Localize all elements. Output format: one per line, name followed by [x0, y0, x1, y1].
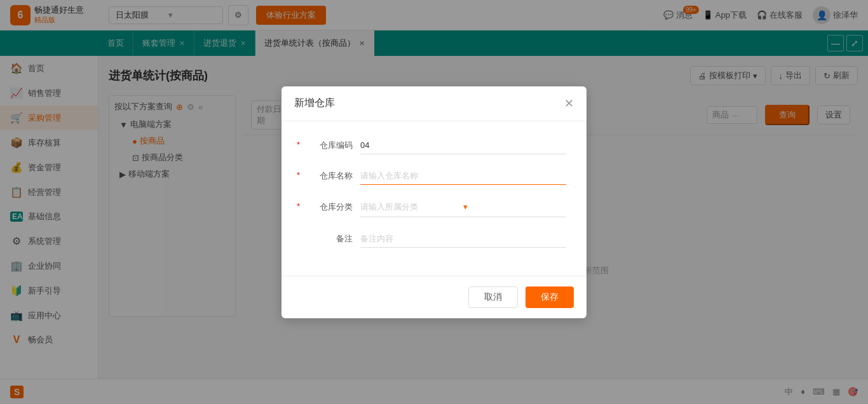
cancel-button[interactable]: 取消	[468, 286, 518, 308]
warehouse-remark-input[interactable]	[360, 230, 566, 248]
category-dropdown-arrow: ▾	[463, 202, 566, 212]
dialog-footer: 取消 保存	[281, 276, 587, 318]
warehouse-category-label: 仓库分类	[302, 201, 353, 213]
warehouse-name-row: 仓库名称	[302, 167, 566, 185]
warehouse-code-row: 仓库编码	[302, 137, 566, 154]
dialog-body: 仓库编码 仓库名称 仓库分类 请输入所属分类 ▾ 备注	[281, 121, 587, 276]
warehouse-category-row: 仓库分类 请输入所属分类 ▾	[302, 198, 566, 217]
dialog-overlay: 新增仓库 ✕ 仓库编码 仓库名称 仓库分类 请输入所属分类 ▾	[0, 0, 868, 404]
dialog-close-btn[interactable]: ✕	[564, 97, 574, 111]
dialog-header: 新增仓库 ✕	[281, 86, 587, 121]
warehouse-remark-label: 备注	[302, 233, 353, 245]
warehouse-code-input[interactable]	[360, 137, 566, 154]
save-button[interactable]: 保存	[526, 286, 574, 308]
dialog-title: 新增仓库	[294, 97, 335, 110]
warehouse-remark-row: 备注	[302, 230, 566, 248]
warehouse-name-input[interactable]	[360, 167, 566, 185]
warehouse-name-label: 仓库名称	[302, 170, 353, 182]
add-warehouse-dialog: 新增仓库 ✕ 仓库编码 仓库名称 仓库分类 请输入所属分类 ▾	[281, 86, 587, 318]
warehouse-category-placeholder: 请输入所属分类	[360, 201, 463, 213]
warehouse-category-selector[interactable]: 请输入所属分类 ▾	[360, 198, 566, 217]
warehouse-code-label: 仓库编码	[302, 140, 353, 151]
